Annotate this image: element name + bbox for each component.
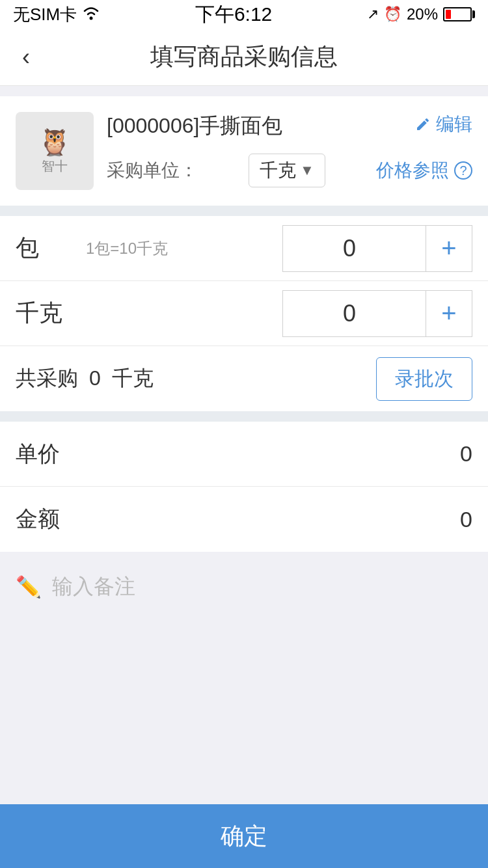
- kg-quantity-input[interactable]: [282, 290, 426, 337]
- carrier-text: 无SIM卡: [13, 3, 77, 26]
- amount-row: 金额 0: [0, 487, 488, 552]
- confirm-button[interactable]: 确定: [0, 804, 488, 868]
- total-prefix: 共采购: [16, 366, 78, 390]
- status-right: ↗ ⏰ 20%: [367, 5, 475, 23]
- top-divider: [0, 86, 488, 96]
- location-icon: ↗: [367, 6, 379, 23]
- purchase-unit-label: 采购单位：: [107, 158, 198, 183]
- price-ref-help-icon: ?: [454, 161, 472, 180]
- unit-value: 千克: [260, 158, 296, 183]
- bag-plus-button[interactable]: +: [426, 225, 472, 272]
- section-divider-2: [0, 411, 488, 422]
- total-value: 0: [89, 366, 101, 390]
- kg-input-wrapper: +: [282, 290, 472, 337]
- kg-input-row: 千克 +: [0, 281, 488, 346]
- amount-label: 金额: [16, 504, 60, 534]
- price-section: 单价 0 金额 0: [0, 422, 488, 552]
- unit-price-label: 单价: [16, 439, 60, 469]
- edit-button[interactable]: 编辑: [415, 112, 472, 137]
- status-bar: 无SIM卡 下午6:12 ↗ ⏰ 20%: [0, 0, 488, 29]
- alarm-icon: ⏰: [384, 6, 401, 23]
- product-name: [0000006]手撕面包: [107, 112, 282, 141]
- section-divider-1: [0, 206, 488, 216]
- bag-sub-label: 1包=10千克: [86, 238, 168, 259]
- bottom-spacer: [0, 622, 488, 830]
- pencil-icon: ✏️: [16, 575, 42, 599]
- kg-label: 千克: [16, 297, 81, 329]
- status-left: 无SIM卡: [13, 3, 100, 26]
- product-logo: 🦉: [38, 127, 71, 157]
- product-logo-text: 智十: [42, 157, 68, 175]
- product-image: 🦉 智十: [16, 112, 94, 190]
- total-label: 共采购 0 千克: [16, 364, 154, 393]
- product-card: 🦉 智十 [0000006]手撕面包 编辑 采购单位： 千克 ▼ 价格参照 ?: [0, 96, 488, 206]
- unit-dropdown-arrow: ▼: [300, 162, 314, 179]
- product-info: [0000006]手撕面包 编辑 采购单位： 千克 ▼ 价格参照 ?: [107, 112, 472, 187]
- total-unit: 千克: [112, 366, 154, 390]
- svg-point-0: [90, 16, 93, 20]
- page-title: 填写商品采购信息: [150, 41, 338, 73]
- price-ref-label: 价格参照: [376, 158, 449, 183]
- back-button[interactable]: ‹: [16, 37, 36, 77]
- battery-percent: 20%: [407, 5, 438, 23]
- unit-price-row: 单价 0: [0, 422, 488, 487]
- bag-quantity-input[interactable]: [282, 225, 426, 272]
- kg-plus-button[interactable]: +: [426, 290, 472, 337]
- note-section[interactable]: ✏️ 输入备注: [0, 552, 488, 622]
- bag-input-row: 包 1包=10千克 +: [0, 216, 488, 281]
- edit-label: 编辑: [436, 112, 472, 137]
- product-name-row: [0000006]手撕面包 编辑: [107, 112, 472, 141]
- quantity-section: 包 1包=10千克 + 千克 +: [0, 216, 488, 346]
- bag-input-wrapper: +: [282, 225, 472, 272]
- battery-icon: [443, 7, 475, 21]
- note-placeholder: 输入备注: [52, 573, 135, 601]
- total-row: 共采购 0 千克 录批次: [0, 346, 488, 411]
- purchase-unit-row: 采购单位： 千克 ▼ 价格参照 ?: [107, 154, 472, 187]
- record-batch-button[interactable]: 录批次: [376, 357, 472, 401]
- status-time: 下午6:12: [195, 1, 272, 28]
- price-ref-button[interactable]: 价格参照 ?: [376, 158, 472, 183]
- amount-value: 0: [460, 507, 472, 532]
- wifi-icon: [82, 5, 100, 25]
- unit-select[interactable]: 千克 ▼: [249, 154, 325, 187]
- bag-label: 包: [16, 232, 81, 264]
- unit-price-value: 0: [460, 441, 472, 467]
- nav-bar: ‹ 填写商品采购信息: [0, 29, 488, 86]
- total-section: 共采购 0 千克 录批次: [0, 346, 488, 411]
